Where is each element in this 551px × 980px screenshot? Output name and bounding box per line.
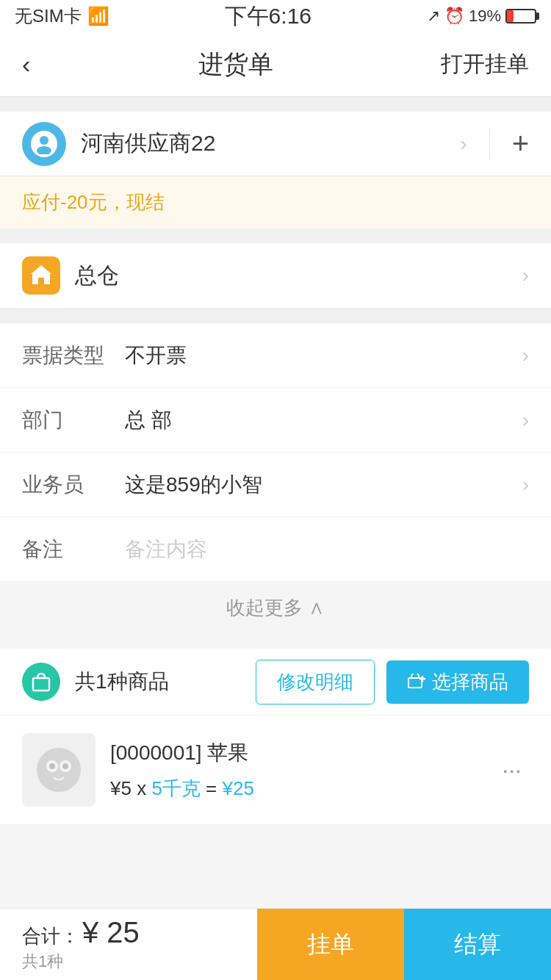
bottom-spacer <box>0 824 551 912</box>
svg-rect-4 <box>38 278 44 284</box>
equals-sign: = <box>206 777 222 799</box>
salesperson-row[interactable]: 业务员 这是859的小智 › <box>0 452 551 516</box>
warehouse-chevron-icon: › <box>522 264 529 287</box>
alarm-icon: ⏰ <box>444 7 464 26</box>
ticket-type-label: 票据类型 <box>22 342 110 370</box>
location-icon: ↗ <box>427 7 440 26</box>
total-section: 合计： ¥ 25 共1种 <box>0 916 257 973</box>
person-icon <box>34 134 54 154</box>
svg-point-12 <box>49 763 55 769</box>
product-count-label: 共1种商品 <box>75 668 256 696</box>
unit-price: ¥5 <box>110 777 132 799</box>
collapse-label: 收起更多 ∧ <box>226 595 324 621</box>
avatar <box>22 122 66 166</box>
time-display: 下午6:16 <box>225 1 311 32</box>
supplier-row[interactable]: 河南供应商22 › + <box>0 112 551 176</box>
svg-rect-5 <box>33 678 49 691</box>
price-separator: x <box>137 777 151 799</box>
svg-point-13 <box>62 763 68 769</box>
bag-icon <box>30 671 52 693</box>
status-right: ↗ ⏰ 19% <box>427 7 536 26</box>
total-label: 合计： <box>22 923 79 949</box>
hold-button[interactable]: 挂单 <box>257 909 404 981</box>
supplier-divider <box>489 128 490 160</box>
supplier-name: 河南供应商22 <box>81 129 460 159</box>
product-more-button[interactable]: ··· <box>494 757 529 784</box>
product-header: 共1种商品 修改明细 选择商品 <box>0 649 551 715</box>
back-button[interactable]: ‹ <box>22 50 30 79</box>
product-name: [0000001] 苹果 <box>110 739 494 767</box>
checkout-button[interactable]: 结算 <box>404 909 551 981</box>
warehouse-icon <box>22 256 60 295</box>
carrier-text: 无SIM卡 <box>15 4 82 28</box>
supplier-info: 河南供应商22 › <box>22 122 467 166</box>
svg-point-0 <box>40 136 48 145</box>
svg-marker-3 <box>31 265 51 274</box>
avatar-inner <box>31 131 57 157</box>
total-count: 共1种 <box>22 951 235 973</box>
wifi-icon: 📶 <box>87 6 109 26</box>
product-price: ¥5 x 5千克 = ¥25 <box>110 776 494 801</box>
edit-detail-button[interactable]: 修改明细 <box>256 660 375 705</box>
department-chevron-icon: › <box>522 408 529 432</box>
chevron-right-icon: › <box>460 132 467 156</box>
open-hold-button[interactable]: 打开挂单 <box>441 49 529 79</box>
product-thumbnail <box>22 733 96 807</box>
product-placeholder-icon <box>33 744 84 796</box>
cart-icon <box>407 674 426 690</box>
ticket-type-row[interactable]: 票据类型 不开票 › <box>0 323 551 387</box>
product-count-icon <box>22 663 60 701</box>
total-amount: ¥ 25 <box>82 916 140 949</box>
battery-percentage: 19% <box>469 7 501 26</box>
salesperson-value: 这是859的小智 <box>110 471 522 499</box>
collapse-button[interactable]: 收起更多 ∧ <box>0 581 551 634</box>
department-value: 总 部 <box>110 406 522 434</box>
subtotal: ¥25 <box>223 777 254 799</box>
product-info: [0000001] 苹果 ¥5 x 5千克 = ¥25 <box>110 739 494 801</box>
product-code: [0000001] <box>110 741 202 764</box>
ticket-type-chevron-icon: › <box>522 344 529 367</box>
svg-point-9 <box>37 748 81 792</box>
divider-1 <box>0 228 551 243</box>
top-divider <box>0 97 551 112</box>
add-supplier-button[interactable]: + <box>512 127 529 160</box>
status-bar: 无SIM卡 📶 下午6:16 ↗ ⏰ 19% <box>0 0 551 32</box>
bottom-bar: 合计： ¥ 25 共1种 挂单 结算 <box>0 908 551 980</box>
remark-input[interactable]: 备注内容 <box>110 536 529 563</box>
ticket-type-value: 不开票 <box>110 342 522 370</box>
select-product-button[interactable]: 选择商品 <box>386 660 529 704</box>
checkout-label: 结算 <box>454 929 501 961</box>
hold-label: 挂单 <box>307 929 354 961</box>
salesperson-label: 业务员 <box>22 471 110 499</box>
department-row[interactable]: 部门 总 部 › <box>0 387 551 452</box>
product-item: [0000001] 苹果 ¥5 x 5千克 = ¥25 ··· <box>0 715 551 824</box>
notice-banner: 应付-20元，现结 <box>0 176 551 228</box>
svg-point-1 <box>37 146 51 154</box>
quantity: 5千克 <box>151 777 200 799</box>
warehouse-row[interactable]: 总仓 › <box>0 243 551 308</box>
remark-label: 备注 <box>22 536 110 563</box>
select-product-label: 选择商品 <box>432 669 508 695</box>
status-left: 无SIM卡 📶 <box>15 4 109 28</box>
battery-icon <box>505 9 536 24</box>
warehouse-name: 总仓 <box>75 261 522 291</box>
home-icon <box>29 264 53 287</box>
nav-bar: ‹ 进货单 打开挂单 <box>0 32 551 97</box>
remark-row[interactable]: 备注 备注内容 <box>0 516 551 581</box>
department-label: 部门 <box>22 406 110 434</box>
divider-2 <box>0 308 551 323</box>
product-title: 苹果 <box>207 741 248 764</box>
page-title: 进货单 <box>198 48 273 82</box>
salesperson-chevron-icon: › <box>522 473 529 497</box>
